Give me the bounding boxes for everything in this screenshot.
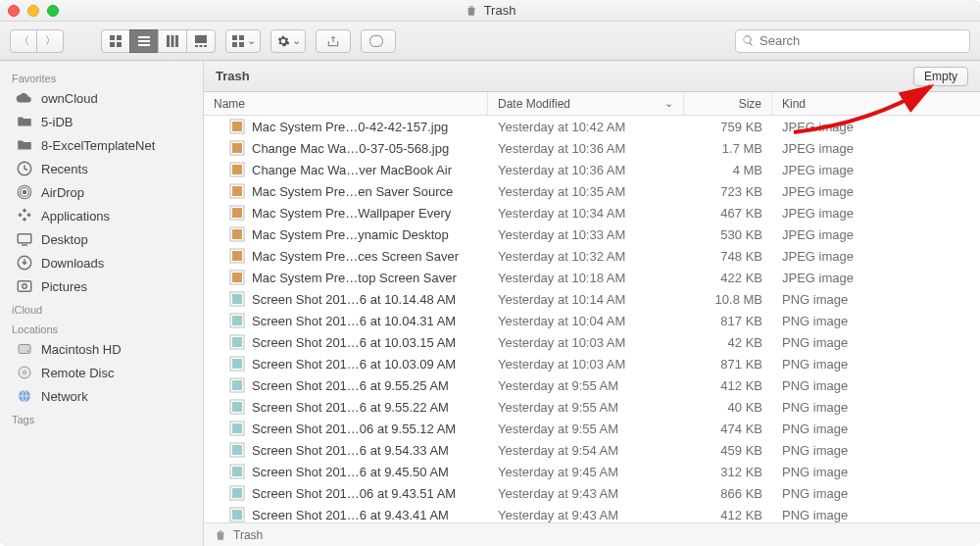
cell-size: 412 KB — [684, 508, 772, 522]
folder-icon — [16, 113, 33, 130]
svg-rect-5 — [138, 40, 150, 42]
search-field[interactable] — [735, 29, 970, 53]
file-name: Screen Shot 201…6 at 10.04.31 AM — [252, 314, 456, 328]
cell-size: 748 KB — [684, 249, 772, 264]
sidebar-item-label: Desktop — [41, 232, 88, 247]
sidebar-item[interactable]: Pictures — [0, 274, 203, 298]
file-row[interactable]: Change Mac Wa…ver MacBook AirYesterday a… — [204, 159, 980, 180]
svg-point-30 — [24, 372, 26, 374]
sidebar-item-label: Network — [41, 389, 88, 404]
sidebar-item[interactable]: ownCloud — [0, 86, 203, 110]
location-bar: Trash Empty — [204, 61, 980, 92]
forward-button[interactable]: 〉 — [36, 29, 64, 53]
search-input[interactable] — [760, 33, 963, 48]
zoom-window[interactable] — [47, 5, 59, 17]
file-row[interactable]: Screen Shot 201…06 at 9.55.12 AMYesterda… — [204, 418, 980, 439]
sidebar-item[interactable]: Desktop — [0, 227, 203, 251]
view-gallery-button[interactable] — [186, 29, 216, 53]
cell-name: Screen Shot 201…6 at 10.03.15 AM — [204, 334, 488, 350]
cell-date: Yesterday at 10:14 AM — [488, 292, 684, 307]
close-window[interactable] — [8, 5, 20, 17]
cell-name: Mac System Pre…0-42-42-157.jpg — [204, 119, 488, 134]
empty-trash-button[interactable]: Empty — [913, 67, 968, 86]
file-row[interactable]: Screen Shot 201…06 at 9.43.51 AMYesterda… — [204, 482, 980, 504]
file-row[interactable]: Screen Shot 201…6 at 10.03.15 AMYesterda… — [204, 331, 980, 353]
svg-rect-61 — [232, 423, 242, 433]
sidebar-item[interactable]: Applications — [0, 204, 203, 227]
cell-name: Screen Shot 201…6 at 9.43.41 AM — [204, 507, 488, 522]
sidebar-item[interactable]: Recents — [0, 157, 203, 180]
file-row[interactable]: Mac System Pre…top Screen SaverYesterday… — [204, 267, 980, 288]
network-icon — [16, 387, 33, 405]
file-thumb-icon — [229, 442, 245, 458]
action-menu-button[interactable]: ⌄ — [270, 29, 306, 53]
cell-size: 1.7 MB — [684, 141, 772, 156]
svg-rect-43 — [232, 229, 242, 239]
file-row[interactable]: Screen Shot 201…6 at 9.55.22 AMYesterday… — [204, 396, 980, 418]
column-headers: Name Date Modified ⌄ Size Kind — [204, 92, 980, 116]
group-by-button[interactable]: ⌄ — [225, 29, 261, 53]
sidebar-item[interactable]: Macintosh HD — [0, 337, 203, 361]
tags-button[interactable] — [361, 29, 396, 53]
column-header-size[interactable]: Size — [684, 92, 772, 115]
cell-date: Yesterday at 10:36 AM — [488, 141, 684, 156]
sidebar-item[interactable]: 8-ExcelTemplateNet — [0, 133, 203, 157]
cell-size: 4 MB — [684, 163, 772, 177]
file-row[interactable]: Screen Shot 201…6 at 9.43.41 AMYesterday… — [204, 504, 980, 522]
sidebar-item[interactable]: Remote Disc — [0, 361, 203, 384]
svg-rect-25 — [18, 281, 31, 292]
sidebar-item[interactable]: Downloads — [0, 251, 203, 274]
file-thumb-icon — [229, 183, 245, 199]
view-icons-button[interactable] — [101, 29, 130, 53]
file-row[interactable]: Screen Shot 201…6 at 10.04.31 AMYesterda… — [204, 310, 980, 331]
svg-rect-55 — [232, 359, 242, 369]
column-header-name[interactable]: Name — [204, 92, 488, 115]
file-row[interactable]: Mac System Pre…en Saver SourceYesterday … — [204, 180, 980, 202]
file-thumb-icon — [229, 226, 245, 242]
share-button[interactable] — [316, 29, 351, 53]
view-list-button[interactable] — [129, 29, 159, 53]
file-row[interactable]: Mac System Pre…ces Screen SaverYesterday… — [204, 245, 980, 267]
svg-rect-23 — [18, 234, 31, 243]
file-row[interactable]: Screen Shot 201…6 at 10.14.48 AMYesterda… — [204, 288, 980, 310]
cell-date: Yesterday at 10:03 AM — [488, 357, 684, 372]
minimize-window[interactable] — [27, 5, 39, 17]
file-name: Change Mac Wa…0-37-05-568.jpg — [252, 141, 449, 156]
back-button[interactable]: 〈 — [10, 29, 37, 53]
column-header-kind[interactable]: Kind — [772, 92, 980, 115]
chevron-down-icon: ⌄ — [247, 34, 256, 47]
sidebar-item[interactable]: 5-iDB — [0, 110, 203, 133]
svg-rect-47 — [232, 273, 242, 282]
svg-rect-37 — [232, 165, 242, 174]
file-list[interactable]: Mac System Pre…0-42-42-157.jpgYesterday … — [204, 116, 980, 522]
cell-kind: PNG image — [772, 292, 980, 307]
svg-rect-57 — [232, 380, 242, 390]
cell-name: Screen Shot 201…6 at 10.03.09 AM — [204, 356, 488, 372]
svg-rect-45 — [232, 251, 242, 261]
file-thumb-icon — [229, 356, 245, 372]
file-thumb-icon — [229, 270, 245, 285]
file-row[interactable]: Change Mac Wa…0-37-05-568.jpgYesterday a… — [204, 137, 980, 159]
file-row[interactable]: Mac System Pre…0-42-42-157.jpgYesterday … — [204, 116, 980, 137]
file-thumb-icon — [229, 421, 245, 436]
sidebar-item[interactable]: AirDrop — [0, 180, 203, 204]
gear-icon — [276, 34, 290, 48]
cell-name: Mac System Pre…Wallpaper Every — [204, 205, 488, 221]
file-row[interactable]: Screen Shot 201…6 at 9.45.50 AMYesterday… — [204, 461, 980, 482]
svg-rect-53 — [232, 337, 242, 347]
file-row[interactable]: Screen Shot 201…6 at 10.03.09 AMYesterda… — [204, 353, 980, 374]
cell-date: Yesterday at 10:18 AM — [488, 271, 684, 285]
cell-kind: PNG image — [772, 508, 980, 522]
column-header-date[interactable]: Date Modified ⌄ — [488, 92, 684, 115]
file-row[interactable]: Screen Shot 201…6 at 9.55.25 AMYesterday… — [204, 374, 980, 396]
file-row[interactable]: Mac System Pre…Wallpaper EveryYesterday … — [204, 202, 980, 223]
sidebar-item[interactable]: Network — [0, 384, 203, 408]
file-row[interactable]: Screen Shot 201…6 at 9.54.33 AMYesterday… — [204, 439, 980, 461]
sidebar-section-header: Tags — [0, 408, 203, 427]
view-columns-button[interactable] — [158, 29, 187, 53]
file-row[interactable]: Mac System Pre…ynamic DesktopYesterday a… — [204, 223, 980, 245]
file-name: Mac System Pre…en Saver Source — [252, 184, 453, 199]
file-name: Screen Shot 201…6 at 10.03.15 AM — [252, 335, 456, 350]
apps-icon — [16, 207, 33, 224]
cell-name: Screen Shot 201…6 at 9.54.33 AM — [204, 442, 488, 458]
